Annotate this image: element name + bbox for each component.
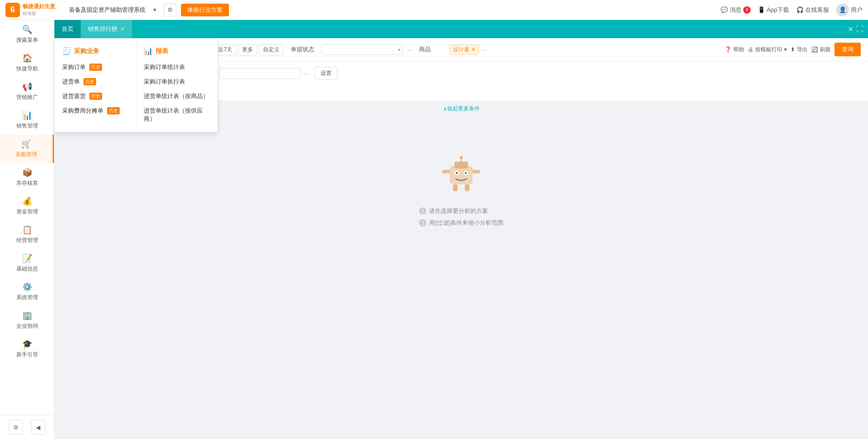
svg-rect-0 [450,166,473,184]
dropdown-item-receive-stat-supplier[interactable]: 进货单统计表（按供应商） [137,104,218,126]
report-col-icon: 📊 [144,47,153,55]
logo-text: 畅捷通好生意 标准版 [23,3,55,17]
help-icon: ❓ [725,46,731,53]
logo-icon: 6 [5,3,20,17]
logo-area: 6 畅捷通好生意 标准版 [5,3,60,17]
app-download-btn[interactable]: 📱 App下载 [758,6,789,14]
system-icon: ⚙️ [22,282,32,292]
tab-bar-right: ✕ ⛶ [848,25,868,34]
doc-status-input[interactable] [322,44,403,55]
sidebar-item-basic[interactable]: 📝 基础信息 [0,249,54,277]
dropdown-item-purchase-order[interactable]: 采购订单 历史 [55,60,136,74]
empty-state: 1 请先选择要分析的方案 2 用[过滤]条件来缩小分析范围 [54,116,868,263]
top-header: 6 畅捷通好生意 标准版 装备及固定资产辅助管理系统 ▾ ⚙ 体验行业方案 💬 … [0,0,868,20]
settings-bottom-btn[interactable]: ⚙ [9,420,23,434]
system-title: 装备及固定资产辅助管理系统 [69,6,146,14]
date-more-btn[interactable]: 更多 [238,44,257,55]
dropdown-item-return[interactable]: 进货退货 历史 [55,89,136,104]
export-icon: ⬆ [790,46,795,53]
date-custom-btn[interactable]: 自定义 [259,44,283,55]
finance-icon: 💰 [22,196,32,206]
operations-icon: 📋 [22,225,32,235]
salesperson-input[interactable] [219,68,301,79]
sidebar-item-finance[interactable]: 💰 资金管理 [0,192,54,220]
tab-expand-icon[interactable]: ⛶ [856,25,863,33]
goods-tag-close[interactable]: ✕ [471,46,476,53]
sidebar-item-operations[interactable]: 📋 经营管理 [0,220,54,249]
tab-sales-rank[interactable]: 销售排行榜 ✕ [81,20,132,38]
print-dropdown-icon: ▾ [784,46,787,53]
message-icon: 💬 [721,6,728,13]
refresh-btn[interactable]: 🔄 刷新 [811,46,831,54]
home-icon: 🏠 [22,53,32,63]
dropdown-report-header: 📊 报表 [137,44,218,60]
help-btn[interactable]: ❓ 帮助 [725,46,744,54]
doc-status-group: 单据状态 ▾ ··· [291,44,412,55]
sidebar-bottom: ⚙ ◀ [0,415,54,439]
empty-tips: 1 请先选择要分析的方案 2 用[过滤]条件来缩小分析范围 [419,207,503,227]
tip-num-2: 2 [419,219,426,227]
goods-filter-group: 商品 设计素 ✕ ··· [419,44,488,55]
svg-point-5 [465,172,467,174]
goods-more-btn[interactable]: ··· [483,46,488,53]
message-btn[interactable]: 💬 消息 9 [721,6,751,14]
empty-illustration [439,153,484,198]
sidebar-item-inventory[interactable]: 📦 库存核算 [0,163,54,192]
sidebar-item-enterprise[interactable]: 🏢 企业协同 [0,306,54,335]
purchase-dropdown-menu: 🧾 采购业务 采购订单 历史 进货单 历史 进货退货 历史 采购费用分摊单 历史… [54,38,218,132]
sidebar-item-sales[interactable]: 📊 销售管理 [0,106,54,134]
goods-label: 商品 [419,45,446,54]
sidebar-item-guide[interactable]: 🎓 新手引导 [0,335,54,363]
salesperson-more-btn[interactable]: ··· [304,70,309,77]
industry-btn[interactable]: 体验行业方案 [181,4,229,16]
tab-close-all-icon[interactable]: ✕ [848,25,853,34]
header-gear-btn[interactable]: ⚙ [164,4,176,16]
dropdown-item-purchase-order-stat[interactable]: 采购订单统计表 [137,60,218,74]
tab-home[interactable]: 首页 [54,20,81,38]
doc-status-label: 单据状态 [291,45,318,54]
export-btn[interactable]: ⬆ 导出 [790,46,808,54]
svg-rect-11 [472,170,480,173]
settings-filter-btn[interactable]: 设置 [315,67,337,80]
tab-close-btn[interactable]: ✕ [120,26,125,32]
svg-rect-10 [442,170,450,173]
toolbar-right: ❓ 帮助 🖨 按模板打印 ▾ ⬆ 导出 🔄 刷新 查询 [725,43,861,56]
dropdown-item-purchase-order-exec[interactable]: 采购订单执行表 [137,74,218,89]
message-badge: 9 [743,6,751,14]
doc-status-select-wrapper: ▾ [322,44,403,55]
inventory-icon: 📦 [22,168,32,178]
goods-tag: 设计素 ✕ [450,44,479,55]
user-btn[interactable]: 👤 用户 [836,4,863,16]
sidebar-item-search[interactable]: 🔍 搜索菜单 [0,20,54,49]
dropdown-item-receive-stat-goods[interactable]: 进货单统计表（按商品） [137,89,218,104]
header-dropdown-btn[interactable]: ▾ [150,5,159,15]
sidebar-item-quick-nav[interactable]: 🏠 快捷导航 [0,49,54,77]
sales-icon: 📊 [22,110,32,120]
dropdown-item-expense[interactable]: 采购费用分摊单 历史 [55,104,136,118]
sidebar-item-marketing[interactable]: 📢 营销推广 [0,77,54,106]
svg-rect-1 [454,162,468,168]
history-badge-3: 历史 [107,107,120,114]
purchase-icon: 🛒 [21,139,31,149]
svg-rect-8 [453,184,458,191]
tip-num-1: 1 [419,207,426,215]
empty-tip-1: 1 请先选择要分析的方案 [419,207,503,215]
dropdown-purchase-col: 🧾 采购业务 采购订单 历史 进货单 历史 进货退货 历史 采购费用分摊单 历史 [55,39,136,132]
guide-icon: 🎓 [22,339,32,349]
collapse-sidebar-btn[interactable]: ◀ [31,420,45,434]
history-badge-0: 历史 [89,64,102,71]
basic-icon: 📝 [22,253,32,263]
sidebar: 🔍 搜索菜单 🏠 快捷导航 📢 营销推广 📊 销售管理 🛒 采购管理 📦 库存核… [0,20,54,439]
doc-status-more-btn[interactable]: ··· [407,46,412,53]
history-badge-2: 历史 [89,93,102,100]
sidebar-item-purchase[interactable]: 🛒 采购管理 [0,134,54,163]
query-btn[interactable]: 查询 [834,43,861,56]
svg-point-7 [460,156,463,159]
collapse-icon: ∧ [443,106,447,112]
sidebar-item-system[interactable]: ⚙️ 系统管理 [0,277,54,306]
print-btn[interactable]: 🖨 按模板打印 ▾ [748,46,787,54]
dropdown-item-receive[interactable]: 进货单 历史 [55,74,136,89]
online-service-btn[interactable]: 🎧 在线客服 [796,6,829,14]
empty-tip-2: 2 用[过滤]条件来缩小分析范围 [419,219,503,227]
marketing-icon: 📢 [22,82,32,92]
